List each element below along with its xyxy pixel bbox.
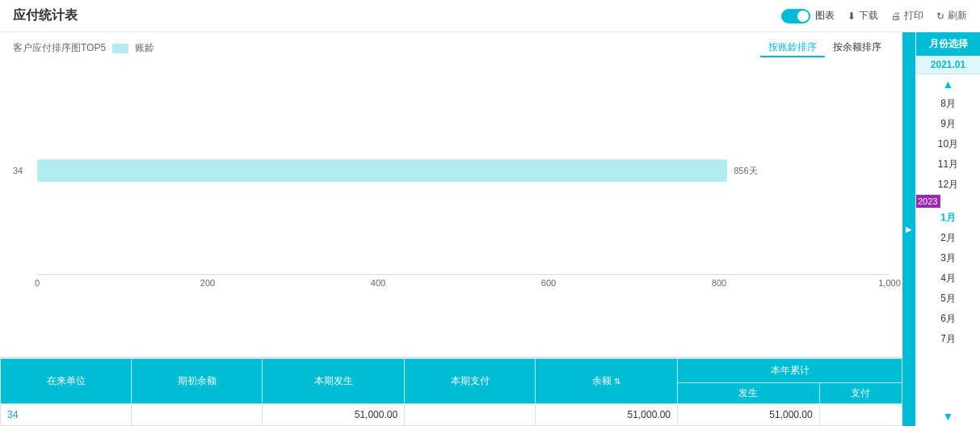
sidebar-month-11[interactable]: 11月 [916, 154, 980, 175]
x-axis: 0 200 400 600 800 1,000 [37, 274, 890, 293]
sidebar-month-8[interactable]: 8月 [916, 94, 980, 114]
th-unit: 在来单位 [1, 359, 132, 404]
th-current-paid: 本期支付 [405, 359, 536, 404]
download-label: 下载 [859, 9, 878, 23]
print-label: 打印 [904, 9, 923, 23]
x-tick-0: 0 [35, 278, 40, 288]
chart-toggle-label: 图表 [815, 9, 835, 23]
y-axis-label-34: 34 [13, 166, 23, 175]
sort-tab-by-age[interactable]: 按账龄排序 [760, 39, 825, 57]
sidebar-month-9[interactable]: 9月 [916, 114, 980, 134]
cell-current-occurred: 51,000.00 [263, 404, 405, 426]
refresh-label: 刷新 [948, 9, 967, 23]
bar-end-label: 856天 [734, 165, 757, 177]
th-current-occurred: 本期发生 [263, 359, 405, 404]
x-tick-800: 800 [712, 278, 726, 288]
sidebar-year-label: 2023 [916, 195, 940, 208]
bar-chart: 34 856天 0 200 400 600 800 1 [13, 67, 890, 293]
sidebar-month-7[interactable]: 7月 [916, 329, 980, 349]
sidebar-month-2[interactable]: 2月 [916, 228, 980, 248]
table-row: 34 51,000.00 51,000.00 51,000.00 [1, 404, 902, 426]
x-tick-600: 600 [541, 278, 556, 288]
sidebar-expand-button[interactable]: ▶ [902, 32, 915, 426]
sidebar-down-button[interactable]: ▼ [916, 407, 980, 426]
balance-sort-icon[interactable]: ⇅ [614, 377, 620, 386]
data-table-section: 在来单位 期初余额 本期发生 本期支付 余额 ⇅ 本年累计 发生 支付 [0, 356, 902, 426]
legend-box [112, 44, 128, 53]
legend-title: 客户应付排序图TOP5 [13, 41, 106, 55]
sidebar-month-10[interactable]: 10月 [916, 134, 980, 154]
sidebar-month-3[interactable]: 3月 [916, 248, 980, 268]
cell-opening [132, 404, 263, 426]
chart-toolbar: 客户应付排序图TOP5 账龄 按账龄排序 按余额排序 [0, 32, 902, 61]
cell-ytd-occurred: 51,000.00 [678, 404, 820, 426]
sidebar-month-5[interactable]: 5月 [916, 289, 980, 309]
data-table: 在来单位 期初余额 本期发生 本期支付 余额 ⇅ 本年累计 发生 支付 [0, 358, 902, 426]
right-sidebar: 月份选择 2021.01 ▲ 8月 9月 10月 11月 12月 2023 1月… [915, 32, 980, 426]
sidebar-up-button[interactable]: ▲ [916, 74, 980, 94]
th-opening: 期初余额 [132, 359, 263, 404]
download-button[interactable]: ⬇ 下载 [848, 9, 878, 23]
sidebar-month-1[interactable]: 1月 [916, 208, 980, 228]
sidebar-month-6[interactable]: 6月 [916, 309, 980, 329]
x-tick-1000: 1,000 [878, 278, 901, 288]
th-ytd: 本年累计 [678, 359, 902, 383]
sort-tab-by-balance[interactable]: 按余额排序 [825, 39, 890, 57]
chart-legend: 客户应付排序图TOP5 账龄 [13, 41, 154, 55]
th-ytd-occurred: 发生 [678, 383, 820, 404]
sidebar-current-value: 2021.01 [916, 56, 980, 74]
sidebar-month-4[interactable]: 4月 [916, 268, 980, 289]
bar-chart-wrapper: 34 856天 0 200 400 600 800 1 [0, 61, 902, 356]
bar-fill [37, 159, 727, 182]
sidebar-header: 月份选择 [916, 32, 980, 56]
chart-toggle[interactable] [781, 9, 810, 23]
header-actions: 图表 ⬇ 下载 🖨 打印 ↻ 刷新 [781, 9, 967, 23]
x-tick-400: 400 [371, 278, 385, 288]
refresh-button[interactable]: ↻ 刷新 [936, 9, 967, 23]
x-tick-200: 200 [200, 278, 215, 288]
cell-unit[interactable]: 34 [1, 404, 132, 426]
sidebar-month-12[interactable]: 12月 [916, 175, 980, 195]
th-ytd-paid: 支付 [819, 383, 902, 404]
legend-item-label: 账龄 [135, 41, 154, 55]
download-icon: ⬇ [848, 11, 856, 22]
chart-toggle-group[interactable]: 图表 [781, 9, 835, 23]
print-button[interactable]: 🖨 打印 [891, 9, 923, 23]
th-balance: 余额 ⇅ [536, 359, 678, 404]
cell-ytd-paid [819, 404, 902, 426]
chart-content: 34 856天 [13, 67, 890, 274]
sort-tabs: 按账龄排序 按余额排序 [760, 39, 890, 57]
print-icon: 🖨 [891, 11, 901, 22]
page-title: 应付统计表 [13, 7, 78, 24]
sidebar-month-list: 8月 9月 10月 11月 12月 2023 1月 2月 3月 4月 5月 6月… [916, 94, 980, 407]
refresh-icon: ↻ [936, 11, 944, 22]
cell-current-paid [405, 404, 536, 426]
cell-balance: 51,000.00 [536, 404, 678, 426]
